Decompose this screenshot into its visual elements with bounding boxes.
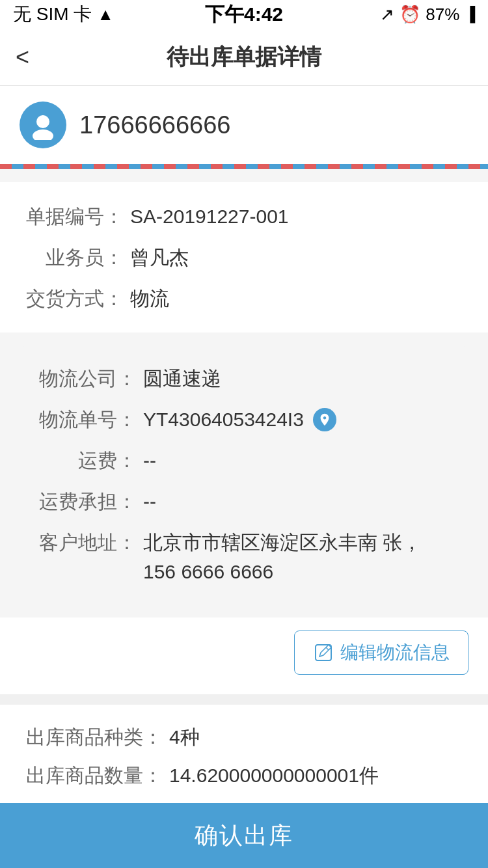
document-info-card: 单据编号： SA-20191227-001 业务员： 曾凡杰 交货方式： 物流 <box>0 182 488 332</box>
tracking-location-button[interactable] <box>313 408 336 431</box>
goods-quantity-label: 出库商品数量： <box>26 763 163 789</box>
back-button[interactable]: < <box>16 44 29 71</box>
logistics-company-row: 物流公司： 圆通速递 <box>39 364 449 393</box>
location-icon: ↗ <box>380 5 394 25</box>
address-row: 客户地址： 北京市市辖区海淀区永丰南 张，156 6666 6666 <box>39 528 449 586</box>
logistics-tracking-value: YT43064053424I3 <box>143 405 449 434</box>
user-phone: 17666666666 <box>79 111 230 139</box>
dashed-divider <box>0 164 488 169</box>
edit-btn-row: 编辑物流信息 <box>0 617 488 694</box>
logistics-company-label: 物流公司： <box>39 364 137 393</box>
document-number-value: SA-20191227-001 <box>130 202 462 231</box>
status-left: 无 SIM 卡 ▲ <box>13 2 114 27</box>
confirm-btn-wrap: 确认出库 <box>0 803 488 868</box>
avatar <box>20 102 66 148</box>
logistics-company-value: 圆通速递 <box>143 364 449 393</box>
alarm-icon: ⏰ <box>400 5 420 25</box>
freight-value: -- <box>143 446 449 475</box>
goods-type-row: 出库商品种类： 4种 <box>26 724 462 751</box>
document-number-row: 单据编号： SA-20191227-001 <box>26 202 462 231</box>
address-value: 北京市市辖区海淀区永丰南 张，156 6666 6666 <box>143 528 449 586</box>
location-pin-icon <box>318 413 332 427</box>
nav-bar: < 待出库单据详情 <box>0 29 488 86</box>
status-right: ↗ ⏰ 87% ▐ <box>380 5 475 25</box>
goods-quantity-row: 出库商品数量： 14.620000000000001件 <box>26 763 462 789</box>
goods-type-label: 出库商品种类： <box>26 724 163 751</box>
edit-icon <box>313 642 334 663</box>
edit-logistics-button[interactable]: 编辑物流信息 <box>294 631 468 675</box>
battery-label: 87% <box>426 5 459 25</box>
freight-row: 运费： -- <box>39 446 449 475</box>
delivery-label: 交货方式： <box>26 284 124 313</box>
goods-card: 出库商品种类： 4种 出库商品数量： 14.620000000000001件 <box>0 705 488 809</box>
section-divider <box>0 694 488 705</box>
confirm-button[interactable]: 确认出库 <box>0 803 488 868</box>
address-label: 客户地址： <box>39 528 137 557</box>
freight-bear-row: 运费承担： -- <box>39 487 449 516</box>
svg-rect-2 <box>316 645 331 660</box>
logistics-tracking-row: 物流单号： YT43064053424I3 <box>39 405 449 434</box>
delivery-value: 物流 <box>130 284 462 313</box>
user-avatar-icon <box>28 110 58 140</box>
freight-bear-value: -- <box>143 487 449 516</box>
freight-bear-label: 运费承担： <box>39 487 137 516</box>
svg-point-1 <box>33 129 53 140</box>
page-title: 待出库单据详情 <box>167 42 321 72</box>
delivery-row: 交货方式： 物流 <box>26 284 462 313</box>
svg-point-0 <box>36 115 49 128</box>
freight-label: 运费： <box>39 446 137 475</box>
user-section: 17666666666 <box>0 86 488 164</box>
salesman-label: 业务员： <box>26 243 124 272</box>
carrier-label: 无 SIM 卡 <box>13 2 92 27</box>
document-number-label: 单据编号： <box>26 202 124 231</box>
goods-quantity-value: 14.620000000000001件 <box>169 763 462 789</box>
goods-type-value: 4种 <box>169 724 462 751</box>
logistics-card: 物流公司： 圆通速递 物流单号： YT43064053424I3 运费： -- <box>20 346 468 604</box>
salesman-value: 曾凡杰 <box>130 243 462 272</box>
wifi-icon: ▲ <box>97 5 114 25</box>
salesman-row: 业务员： 曾凡杰 <box>26 243 462 272</box>
logistics-tracking-label: 物流单号： <box>39 405 137 434</box>
tracking-row: YT43064053424I3 <box>143 405 449 434</box>
battery-icon: ▐ <box>465 6 475 23</box>
status-bar: 无 SIM 卡 ▲ 下午4:42 ↗ ⏰ 87% ▐ <box>0 0 488 29</box>
edit-btn-label: 编辑物流信息 <box>340 640 450 665</box>
tracking-number: YT43064053424I3 <box>143 405 304 434</box>
status-time: 下午4:42 <box>205 1 283 28</box>
